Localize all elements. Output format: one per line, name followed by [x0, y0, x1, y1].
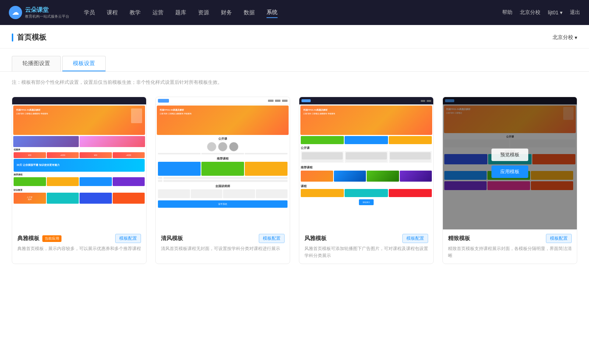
page-title-area: 首页模板 — [12, 32, 46, 42]
page-title-bar — [12, 33, 13, 42]
template-name-row-3: 风雅模板 模板配置 — [304, 234, 428, 243]
templates-grid: 托福TPO1-54真题及解析 口语 写作 口语笔记 成绩查询 学校查询 优惠券 … — [0, 89, 589, 279]
template-card-4[interactable]: 托福TPO1-54真题及解析 口语 写作 口语笔记 公开课 — [442, 97, 577, 264]
page-content: 首页模板 北京分校 ▾ 轮播图设置 模板设置 注：模板有部分个性化样式设置，设置… — [0, 25, 589, 364]
mini-preview-3: 托福TPO1-54真题及解析 口语 写作 口语笔记 成绩查询 学校查询 公开课 — [299, 97, 433, 229]
school-selector-label: 北京分校 — [553, 34, 573, 41]
preview-template-btn[interactable]: 预览模板 — [491, 149, 528, 161]
template-name-row-2: 清风模板 模板配置 — [161, 234, 285, 243]
config-btn-2[interactable]: 模板配置 — [259, 234, 285, 243]
school-selector-chevron: ▾ — [575, 35, 577, 40]
template-name-row-4: 精致模板 模板配置 — [448, 234, 572, 243]
logo-sub: 教育机构一站式服务云平台 — [25, 14, 69, 19]
template-info-4: 精致模板 模板配置 精致首页模板支持课程展示封面，各模板分隔明显，界面简洁清晰 — [443, 229, 577, 264]
logo-area: ☁ 云朵课堂 教育机构一站式服务云平台 — [9, 6, 69, 19]
help-link[interactable]: 帮助 — [502, 9, 512, 16]
nav-item-resources[interactable]: 资源 — [198, 8, 209, 18]
template-name-3: 风雅模板 — [304, 235, 327, 242]
nav-item-teaching[interactable]: 教学 — [130, 8, 141, 18]
nav-item-students[interactable]: 学员 — [84, 8, 95, 18]
page-title: 首页模板 — [17, 32, 46, 42]
config-btn-1[interactable]: 模板配置 — [115, 234, 141, 243]
tabs: 轮播图设置 模板设置 — [12, 56, 577, 71]
nav-item-questions[interactable]: 题库 — [175, 8, 186, 18]
template-card-2[interactable]: 托福TPO1-54真题及解析 口语 写作 口语笔记 成绩查询 学校查询 公开课 — [155, 97, 290, 264]
mini-preview-1: 托福TPO1-54真题及解析 口语 写作 口语笔记 成绩查询 学校查询 优惠券 … — [12, 97, 146, 229]
badge-current-1: 当前应用 — [42, 235, 61, 242]
school-selector[interactable]: 北京分校 ▾ — [553, 34, 577, 41]
template-info-3: 风雅模板 模板配置 风雅首页模板可添加轮播图下广告图片，可对课程及课程包设置学科… — [299, 229, 433, 264]
tab-template[interactable]: 模板设置 — [62, 56, 106, 71]
user-dropdown[interactable]: lijt01 ▾ — [548, 10, 562, 15]
template-preview-1: 托福TPO1-54真题及解析 口语 写作 口语笔记 成绩查询 学校查询 优惠券 … — [12, 97, 146, 229]
nav-item-finance[interactable]: 财务 — [221, 8, 232, 18]
logo-cloud-icon: ☁ — [12, 8, 19, 17]
school-link[interactable]: 北京分校 — [520, 9, 540, 16]
chevron-down-icon: ▾ — [560, 10, 562, 15]
note-area: 注：模板有部分个性化样式设置，设置后仅当前模板生效；非个性化样式设置后针对所有模… — [0, 72, 589, 89]
logout-link[interactable]: 退出 — [570, 9, 580, 16]
template-name-group-3: 风雅模板 — [304, 235, 327, 242]
template-desc-2: 清风首页模板课程无封面，可设置按学科分类对课程进行展示 — [161, 245, 285, 252]
username: lijt01 — [548, 10, 558, 15]
template-desc-1: 典雅首页模板，展示内容较多，可以展示优惠券和多个推荐课程 — [17, 245, 141, 252]
template-info-2: 清风模板 模板配置 清风首页模板课程无封面，可设置按学科分类对课程进行展示 — [156, 229, 290, 257]
template-name-4: 精致模板 — [448, 235, 470, 242]
logo-icon: ☁ — [9, 6, 22, 19]
template-name-2: 清风模板 — [161, 235, 183, 242]
template-name-row-1: 典雅模板 当前应用 模板配置 — [17, 234, 141, 243]
template-info-1: 典雅模板 当前应用 模板配置 典雅首页模板，展示内容较多，可以展示优惠券和多个推… — [12, 229, 146, 257]
template-name-group-2: 清风模板 — [161, 235, 183, 242]
mini-preview-2: 托福TPO1-54真题及解析 口语 写作 口语笔记 成绩查询 学校查询 公开课 — [156, 97, 290, 229]
template-preview-2: 托福TPO1-54真题及解析 口语 写作 口语笔记 成绩查询 学校查询 公开课 — [156, 97, 290, 229]
nav-item-courses[interactable]: 课程 — [107, 8, 118, 18]
nav-item-data[interactable]: 数据 — [244, 8, 255, 18]
main-header: ☁ 云朵课堂 教育机构一站式服务云平台 学员 课程 教学 运营 题库 资源 财务… — [0, 0, 589, 25]
template-preview-3: 托福TPO1-54真题及解析 口语 写作 口语笔记 成绩查询 学校查询 公开课 — [299, 97, 433, 229]
template-desc-3: 风雅首页模板可添加轮播图下广告图片，可对课程及课程包设置学科分类展示 — [304, 245, 428, 259]
template-card-3[interactable]: 托福TPO1-54真题及解析 口语 写作 口语笔记 成绩查询 学校查询 公开课 — [299, 97, 434, 264]
template-name-1: 典雅模板 — [17, 235, 39, 242]
tab-carousel[interactable]: 轮播图设置 — [12, 56, 61, 71]
template-name-group-4: 精致模板 — [448, 235, 470, 242]
template-name-group-1: 典雅模板 当前应用 — [17, 235, 61, 242]
logo-main: 云朵课堂 — [25, 6, 69, 14]
nav-menu: 学员 课程 教学 运营 题库 资源 财务 数据 系统 — [84, 7, 502, 18]
apply-template-btn[interactable]: 应用模板 — [491, 165, 528, 178]
nav-item-operations[interactable]: 运营 — [152, 8, 163, 18]
logo-text: 云朵课堂 教育机构一站式服务云平台 — [25, 6, 69, 19]
page-header: 首页模板 北京分校 ▾ — [0, 25, 589, 49]
template-preview-4: 托福TPO1-54真题及解析 口语 写作 口语笔记 公开课 — [443, 97, 577, 229]
template-overlay-4: 预览模板 应用模板 — [443, 97, 577, 229]
template-card-1[interactable]: 托福TPO1-54真题及解析 口语 写作 口语笔记 成绩查询 学校查询 优惠券 … — [12, 97, 147, 264]
template-desc-4: 精致首页模板支持课程展示封面，各模板分隔明显，界面简洁清晰 — [448, 245, 572, 259]
config-btn-4[interactable]: 模板配置 — [546, 234, 572, 243]
nav-item-system[interactable]: 系统 — [267, 7, 278, 18]
header-right: 帮助 北京分校 lijt01 ▾ 退出 — [502, 9, 580, 16]
note-text: 注：模板有部分个性化样式设置，设置后仅当前模板生效；非个性化样式设置后针对所有模… — [12, 79, 222, 85]
tabs-area: 轮播图设置 模板设置 — [0, 49, 589, 72]
config-btn-3[interactable]: 模板配置 — [402, 234, 428, 243]
